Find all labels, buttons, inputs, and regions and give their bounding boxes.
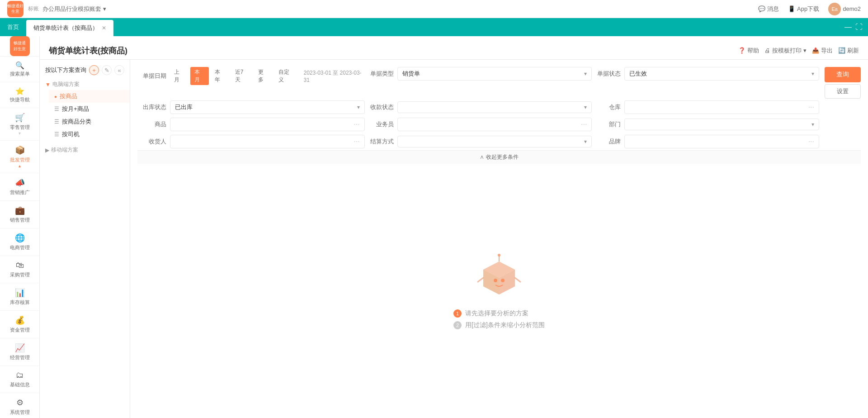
app-download-label: App下载 [797, 5, 819, 13]
sidebar-item-operations[interactable]: 📈 经营管理 [0, 338, 39, 366]
salesperson-dots: ··· [581, 120, 587, 128]
receiver-input[interactable]: ··· [170, 135, 365, 148]
tab-minimize-icon[interactable]: — [844, 23, 852, 31]
content-area: 销货单统计表(按商品) ❓ 帮助 🖨 按模板打印 ▾ 📤 导出 🔄 刷新 [40, 36, 868, 418]
date-btn-this-year[interactable]: 本年 [211, 67, 229, 85]
department-select[interactable]: ▾ [624, 119, 819, 130]
top-header: 畅捷通好生意 标账 办公用品行业模拟账套 ▾ 💬 消息 📱 App下载 Ea d… [0, 0, 868, 18]
warehouse-group: 仓库 ··· [592, 100, 819, 114]
sidebar-item-wholesale[interactable]: 📦 批发管理 ▴ [0, 141, 39, 173]
sidebar-item-sales[interactable]: 💼 销售管理 [0, 201, 39, 228]
mobile-section-title: ▶ 移动端方案 [40, 144, 130, 156]
print-dropdown-icon: ▾ [803, 47, 807, 54]
doc-status-select[interactable]: 已生效 ▾ [624, 67, 819, 81]
left-panel: 按以下方案查询 + ✎ « ▼ 电脑端方案 ● 按商品 [40, 60, 130, 418]
date-btn-custom[interactable]: 自定义 [274, 67, 298, 85]
sidebar-item-ecommerce[interactable]: 🌐 电商管理 [0, 228, 39, 256]
edit-scheme-btn[interactable]: ✎ [102, 65, 112, 75]
template-print-btn[interactable]: 🖨 按模板打印 ▾ [764, 47, 807, 55]
header-left: 畅捷通好生意 标账 办公用品行业模拟账套 ▾ [7, 1, 106, 17]
date-btn-last-7[interactable]: 近7天 [231, 67, 252, 85]
settlement-select[interactable]: ▾ [397, 136, 592, 147]
filter-doc-type-group: 单据类型 销货单 ▾ [365, 67, 592, 81]
date-btn-last-month[interactable]: 上月 [170, 67, 189, 85]
warehouse-input[interactable]: ··· [624, 100, 819, 114]
scheme-icon-2: ☰ [54, 119, 59, 125]
sidebar-item-system[interactable]: ⚙ 系统管理 [0, 393, 39, 418]
sidebar-search[interactable]: 🔍 搜索菜单 [0, 57, 39, 82]
app-selector[interactable]: 办公用品行业模拟账套 ▾ [42, 5, 106, 13]
scheme-by-month-goods[interactable]: ☰ 按月+商品 [49, 103, 130, 115]
tab-maximize-icon[interactable]: ⛶ [855, 23, 863, 31]
inner-layout: 按以下方案查询 + ✎ « ▼ 电脑端方案 ● 按商品 [40, 60, 868, 418]
collapse-panel-btn[interactable]: « [114, 65, 124, 75]
payment-status-group: 收款状态 ▾ [365, 101, 592, 113]
tab-bar-actions: — ⛶ [844, 23, 868, 31]
receiver-group: 收货人 ··· [137, 135, 365, 148]
sidebar-item-retail[interactable]: 🛒 零售管理 ▾ [0, 108, 39, 141]
ecommerce-label: 电商管理 [10, 244, 30, 251]
date-btn-this-month[interactable]: 本月 [190, 67, 209, 85]
out-status-select[interactable]: 已出库 ▾ [170, 100, 365, 114]
scheme-by-driver[interactable]: ☰ 按司机 [49, 128, 130, 141]
scheme-by-goods[interactable]: ● 按商品 [49, 90, 130, 103]
sidebar-item-basic[interactable]: 🗂 基础信息 [0, 366, 39, 393]
collapse-bar[interactable]: ∧ 收起更多条件 [137, 150, 861, 164]
empty-illustration-svg [474, 252, 524, 302]
salesperson-input[interactable]: ··· [397, 118, 592, 131]
empty-tips: 1 请先选择要分析的方案 2 用[过滤]条件来缩小分析范围 [453, 309, 545, 329]
user-profile[interactable]: Ea demo2 [828, 3, 861, 15]
refresh-btn[interactable]: 🔄 刷新 [838, 47, 859, 55]
filter-section: 单据日期 上月 本月 本年 近7天 更多 自定义 2023-03-01 至 20… [130, 60, 868, 164]
query-btn[interactable]: 查询 [825, 67, 861, 82]
operations-icon: 📈 [15, 343, 25, 353]
tab-close-icon[interactable]: ✕ [102, 25, 106, 31]
app-download-action[interactable]: 📱 App下载 [788, 5, 819, 13]
filter-row-1: 单据日期 上月 本月 本年 近7天 更多 自定义 2023-03-01 至 20… [137, 63, 861, 99]
settlement-group: 结算方式 ▾ [365, 136, 592, 147]
inventory-icon: 📊 [15, 288, 25, 298]
payment-status-select[interactable]: ▾ [397, 101, 592, 113]
tab-home[interactable]: 首页 [0, 18, 26, 36]
tip-text-2: 用[过滤]条件来缩小分析范围 [465, 321, 545, 329]
settlement-chevron: ▾ [584, 138, 587, 145]
out-status-label: 出库状态 [137, 103, 170, 111]
date-controls: 上月 本月 本年 近7天 更多 自定义 2023-03-01 至 2023-03… [170, 67, 365, 85]
scheme-icon-3: ☰ [54, 131, 59, 138]
sidebar-item-inventory[interactable]: 📊 库存核算 [0, 283, 39, 311]
date-range-text: 2023-03-01 至 2023-03-31 [303, 69, 364, 83]
wholesale-label: 批发管理 [10, 157, 30, 163]
doc-type-select[interactable]: 销货单 ▾ [397, 67, 592, 81]
goods-input[interactable]: ··· [170, 118, 365, 131]
message-label: 消息 [767, 5, 779, 13]
operations-label: 经营管理 [10, 354, 30, 361]
add-scheme-btn[interactable]: + [89, 65, 99, 75]
brand-input[interactable]: ··· [624, 135, 819, 148]
filter-row-2: 出库状态 已出库 ▾ 收款状态 ▾ [137, 99, 861, 116]
finance-label: 资金管理 [10, 327, 30, 333]
sidebar-item-marketing[interactable]: 📣 营销推广 [0, 173, 39, 201]
sidebar-quick-nav[interactable]: ⭐ 快捷导航 [0, 82, 39, 108]
scheme-by-category[interactable]: ☰ 按商品分类 [49, 115, 130, 128]
sidebar-item-purchase[interactable]: 🛍 采购管理 [0, 256, 39, 283]
date-btn-more[interactable]: 更多 [254, 67, 273, 85]
sidebar-item-finance[interactable]: 💰 资金管理 [0, 311, 39, 338]
tab-sales-stats[interactable]: 销货单统计表（按商品） ✕ [26, 20, 113, 36]
tip-text-1: 请先选择要分析的方案 [465, 309, 528, 318]
download-icon: 📱 [788, 5, 795, 12]
department-label: 部门 [592, 120, 624, 128]
export-btn[interactable]: 📤 导出 [812, 47, 833, 55]
message-icon: 💬 [758, 5, 765, 12]
sidebar-logo: 畅捷通好生意 [0, 36, 39, 57]
svg-point-7 [498, 254, 500, 256]
payment-status-label: 收款状态 [365, 103, 397, 111]
settings-btn[interactable]: 设置 [825, 84, 861, 99]
message-action[interactable]: 💬 消息 [758, 5, 779, 13]
brand-group: 品牌 ··· [592, 135, 819, 148]
app-logo: 畅捷通好生意 [7, 1, 24, 17]
ecommerce-icon: 🌐 [15, 233, 25, 243]
help-btn[interactable]: ❓ 帮助 [738, 47, 759, 55]
page-header: 销货单统计表(按商品) ❓ 帮助 🖨 按模板打印 ▾ 📤 导出 🔄 刷新 [40, 36, 868, 60]
basic-icon: 🗂 [16, 370, 24, 380]
svg-line-8 [478, 278, 483, 282]
